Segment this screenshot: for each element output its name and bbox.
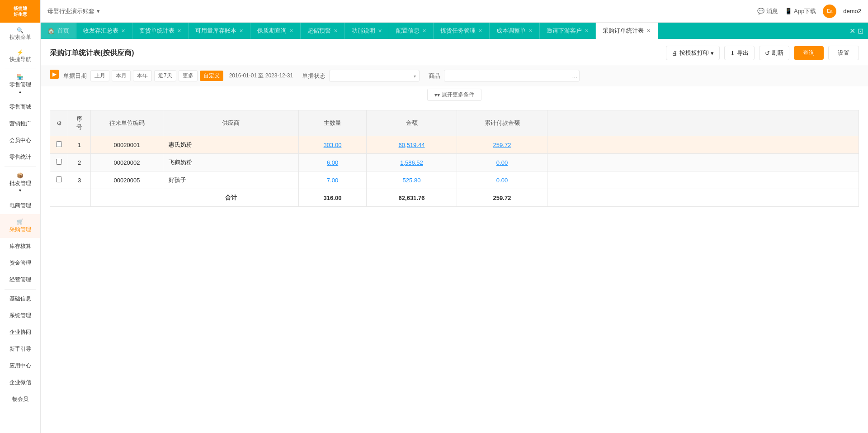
- sidebar-item-jingying[interactable]: 经营管理: [0, 271, 40, 288]
- tab-keyongkucun[interactable]: 可用量库存账本 ✕: [189, 23, 250, 39]
- sidebar-item-yingxiao[interactable]: 营销推广: [0, 115, 40, 132]
- tab-tuohuo[interactable]: 拣货任务管理 ✕: [434, 23, 490, 39]
- goods-more-icon[interactable]: ...: [572, 72, 577, 80]
- close-all-btn[interactable]: ✕: [849, 27, 855, 35]
- goods-input[interactable]: [444, 70, 580, 82]
- sidebar-item-shangcheng[interactable]: 零售商城: [0, 99, 40, 115]
- expand-filter-btn[interactable]: ▾▾ 展开更多条件: [427, 89, 481, 101]
- close-icon[interactable]: ✕: [121, 28, 125, 34]
- company-name: 母婴行业演示账套: [47, 7, 94, 15]
- col-settings[interactable]: ⚙: [50, 110, 68, 136]
- maximize-btn[interactable]: ⊡: [858, 27, 863, 35]
- row-amount[interactable]: 525.80: [367, 171, 457, 189]
- status-select-wrapper: [329, 70, 420, 82]
- sidebar-item-label: 畅会员: [12, 395, 28, 403]
- row-qty[interactable]: 303.00: [299, 136, 367, 154]
- sidebar-item-label: 电商管理: [9, 202, 31, 209]
- refresh-button[interactable]: ↺ 刷新: [759, 46, 789, 60]
- close-icon[interactable]: ✕: [646, 28, 651, 34]
- row-checkbox[interactable]: [50, 136, 68, 154]
- tab-baozhiqi[interactable]: 保质期查询 ✕: [250, 23, 301, 39]
- user-avatar[interactable]: Ea: [823, 5, 836, 18]
- custom-date-btn[interactable]: 自定义: [200, 71, 223, 81]
- sidebar-item-label: 库存核算: [9, 243, 31, 250]
- print-button[interactable]: 🖨 按模板打印 ▾: [666, 46, 720, 60]
- query-button[interactable]: 查询: [794, 46, 824, 60]
- close-icon[interactable]: ✕: [177, 28, 181, 34]
- sidebar-item-xinshou[interactable]: 新手引导: [0, 341, 40, 357]
- close-icon[interactable]: ✕: [422, 28, 426, 34]
- sidebar-item-jichu[interactable]: 基础信息: [0, 290, 40, 307]
- row-supplier: 飞鹤奶粉: [163, 154, 299, 171]
- sidebar-item-lingshouguan[interactable]: 🏪 零售管理 ▲: [0, 69, 40, 99]
- sidebar-item-kucun[interactable]: 库存核算: [0, 238, 40, 255]
- row-amount[interactable]: 1,586.52: [367, 154, 457, 171]
- table-container: ⚙ 序号 往来单位编码 供应商 主数量: [41, 103, 868, 214]
- app-download-btn[interactable]: 📱 App下载: [785, 7, 816, 15]
- tab-label: 采购订单统计表: [603, 27, 644, 35]
- this-year-btn[interactable]: 本年: [133, 70, 152, 81]
- sidebar-item-qiye[interactable]: 企业协同: [0, 324, 40, 341]
- sidebar-search[interactable]: 🔍 搜索菜单: [0, 23, 40, 46]
- tab-yaoqing[interactable]: 邀请下游客户 ✕: [540, 23, 596, 39]
- close-icon[interactable]: ✕: [239, 28, 243, 34]
- close-icon[interactable]: ✕: [289, 28, 293, 34]
- row-amount[interactable]: 60,519.44: [367, 136, 457, 154]
- row-paid[interactable]: 0.00: [457, 154, 547, 171]
- close-icon[interactable]: ✕: [378, 28, 382, 34]
- sidebar-item-label: 系统管理: [9, 312, 31, 319]
- sidebar-quicknav[interactable]: ⚡ 快捷导航: [0, 46, 40, 67]
- tab-chengben[interactable]: 成本调整单 ✕: [490, 23, 540, 39]
- row-checkbox[interactable]: [50, 171, 68, 189]
- search-label: 搜索菜单: [2, 33, 38, 41]
- sidebar-item-weixin[interactable]: 企业微信: [0, 374, 40, 391]
- sidebar-item-dianshang[interactable]: 电商管理: [0, 197, 40, 214]
- sidebar-item-caigou[interactable]: 🛒 采购管理: [0, 214, 40, 238]
- tab-shoufahuizong[interactable]: 收发存汇总表 ✕: [76, 23, 132, 39]
- sidebar-item-lingshouji[interactable]: 零售统计: [0, 149, 40, 166]
- row-qty[interactable]: 6.00: [299, 154, 367, 171]
- row-code: 00020005: [91, 171, 163, 189]
- col-amount-label: 金额: [406, 119, 418, 126]
- row-paid[interactable]: 259.72: [457, 136, 547, 154]
- sidebar-item-label: 基础信息: [9, 295, 31, 303]
- table-row: 1 00020001 惠氏奶粉 303.00 60,519.44 259.72: [50, 136, 859, 154]
- export-button[interactable]: ⬇ 导出: [724, 46, 755, 60]
- tab-peizhi[interactable]: 配置信息 ✕: [389, 23, 434, 39]
- tab-gongneng[interactable]: 功能说明 ✕: [345, 23, 389, 39]
- tab-label: 配置信息: [396, 27, 420, 35]
- tab-yaohuodantongji[interactable]: 要货单统计表 ✕: [132, 23, 189, 39]
- col-paid-label: 累计付款金额: [485, 119, 520, 126]
- sidebar-item-pifa[interactable]: 📦 批发管理 ▼: [0, 168, 40, 197]
- row-paid[interactable]: 0.00: [457, 171, 547, 189]
- status-select[interactable]: [329, 70, 420, 82]
- sidebar-item-huiyuan[interactable]: 会员中心: [0, 132, 40, 149]
- this-month-btn[interactable]: 本月: [112, 70, 131, 81]
- sidebar-item-yingyong[interactable]: 应用中心: [0, 357, 40, 374]
- refresh-label: 刷新: [772, 49, 783, 57]
- username-label: demo2: [843, 8, 861, 14]
- table-header-row: ⚙ 序号 往来单位编码 供应商 主数量: [50, 110, 859, 136]
- row-qty[interactable]: 7.00: [299, 171, 367, 189]
- last-7days-btn[interactable]: 近7天: [154, 70, 176, 81]
- row-no: 1: [68, 136, 91, 154]
- date-quick-select: 上月 本月 本年 近7天 更多 自定义: [90, 70, 223, 81]
- sidebar-item-changhui[interactable]: 畅会员: [0, 391, 40, 408]
- tab-caigoutongji[interactable]: 采购订单统计表 ✕: [596, 23, 658, 39]
- close-icon[interactable]: ✕: [528, 28, 533, 34]
- dropdown-icon[interactable]: ▾: [97, 8, 100, 14]
- collapse-button[interactable]: ▶: [50, 70, 59, 79]
- close-icon[interactable]: ✕: [585, 28, 589, 34]
- sidebar-item-xitong[interactable]: 系统管理: [0, 307, 40, 324]
- settings-button[interactable]: 设置: [828, 46, 859, 60]
- close-icon[interactable]: ✕: [478, 28, 482, 34]
- message-btn[interactable]: 💬 消息: [757, 7, 778, 15]
- row-checkbox[interactable]: [50, 154, 68, 171]
- row-extra: [547, 136, 859, 154]
- close-icon[interactable]: ✕: [334, 28, 338, 34]
- more-dates-btn[interactable]: 更多: [179, 70, 198, 81]
- sidebar-item-zijin[interactable]: 资金管理: [0, 255, 40, 271]
- last-month-btn[interactable]: 上月: [90, 70, 109, 81]
- tab-chaochuyu[interactable]: 超储预警 ✕: [301, 23, 345, 39]
- tab-home[interactable]: 🏠 首页: [41, 23, 76, 39]
